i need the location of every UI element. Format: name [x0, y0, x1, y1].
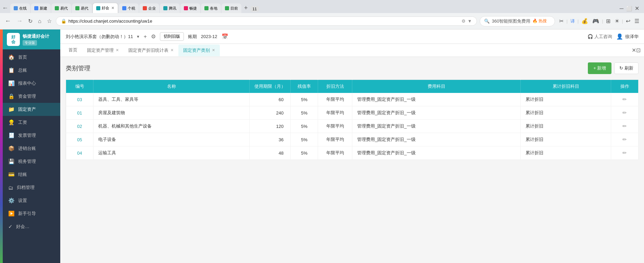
browser-tab-5-active[interactable]: 好会 ✕: [92, 3, 118, 13]
sidebar-item-settings[interactable]: ⚙️ 设置: [3, 194, 60, 207]
category-table: 编号 名称 使用期限（月） 残值率 折旧方法 费用科目 累计折旧科目 操作 03…: [66, 80, 639, 160]
browser-tab-8[interactable]: 腾讯: [160, 3, 180, 13]
avatar-icon: 👤: [616, 33, 623, 40]
tab-fixed-mgmt[interactable]: 固定资产管理 ✕: [82, 45, 124, 56]
sidebar-item-archive[interactable]: 🗂 归档管理: [3, 181, 60, 194]
search-bar[interactable]: 🔍 360智能抠图免费用 🔥 热搜: [480, 16, 555, 26]
user-avatar-area[interactable]: 👤 徐泽华: [616, 33, 639, 40]
cell-depreciation: 累计折旧: [521, 133, 611, 146]
menu-icon[interactable]: ☰: [633, 16, 641, 26]
tab-count-badge: 11: [251, 6, 259, 12]
browser-tab-4[interactable]: 易代: [72, 3, 92, 13]
cell-method: 年限平均: [318, 93, 352, 106]
cell-name: 电子设备: [93, 133, 250, 146]
tab-fixed-depreciation[interactable]: 固定资产折旧统计表 ✕: [124, 45, 178, 56]
sidebar-item-help[interactable]: ✓ 好会…: [3, 220, 60, 233]
sidebar-item-salary[interactable]: 👷 工资: [3, 116, 60, 129]
tab-close-5[interactable]: ✕: [111, 6, 114, 10]
sidebar-item-guide[interactable]: ▶️ 新手引导: [3, 207, 60, 220]
table-row: 02 机器、机械和其他生产设备 120 5% 年限平均 管理费用_固定资产折旧_…: [66, 120, 639, 133]
edit-icon[interactable]: ✏: [622, 136, 627, 142]
sidebar: 好会 畅捷通好会计 专业版 🏠 首页 📋 总账 📊 报表中心 🔒 资金管理: [3, 29, 60, 263]
checkout-nav-label: 结账: [18, 171, 27, 178]
browser-tab-2[interactable]: 新建: [31, 3, 51, 13]
game-icon[interactable]: 🎮: [591, 16, 601, 26]
tab-home[interactable]: 首页: [64, 44, 82, 57]
edit-icon[interactable]: ✏: [622, 96, 627, 102]
archive-nav-label: 归档管理: [17, 184, 35, 191]
settings-header-icon[interactable]: ⚙: [151, 33, 156, 40]
cell-action: ✏: [611, 146, 639, 160]
browser-tab-3[interactable]: 易代: [51, 3, 71, 13]
logo-icon: 好会: [7, 33, 20, 46]
back-icon[interactable]: ←: [2, 4, 8, 12]
archive-nav-icon: 🗂: [8, 185, 13, 191]
tab-fixed-depreciation-close[interactable]: ✕: [171, 48, 174, 52]
sidebar-item-ledger[interactable]: 📋 总账: [3, 64, 60, 77]
bookmark-star[interactable]: ☆: [46, 16, 53, 26]
expand-tab-btn[interactable]: ⊡: [636, 47, 641, 53]
switch-old-version-btn[interactable]: 切到旧版: [160, 32, 184, 41]
reload-button[interactable]: ↻: [27, 16, 34, 26]
restore-icon[interactable]: ⬜: [626, 6, 632, 11]
cell-code: 03: [66, 93, 93, 106]
browser-tab-11[interactable]: 目前: [222, 3, 241, 13]
browser-tab-6[interactable]: 个税: [119, 3, 139, 13]
help-nav-icon: ✓: [8, 224, 13, 230]
page-header: 类别管理 + 新增 ↻ 刷新: [66, 62, 639, 74]
grid-icon[interactable]: ⊞: [605, 16, 612, 26]
content-area: 类别管理 + 新增 ↻ 刷新 编号 名称 使用期限（月） 残值率 折旧方法 费用…: [60, 57, 644, 263]
edit-icon[interactable]: ✏: [622, 150, 627, 156]
period-label: 账期: [188, 34, 197, 40]
edit-icon[interactable]: ✏: [622, 110, 627, 116]
salary-nav-label: 工资: [18, 119, 27, 125]
sidebar-item-tax[interactable]: 💾 税务管理: [3, 155, 60, 168]
reports-nav-icon: 📊: [8, 80, 15, 86]
funds-nav-label: 资金管理: [18, 93, 36, 99]
sidebar-item-funds[interactable]: 🔒 资金管理: [3, 90, 60, 103]
address-bar[interactable]: 🔒 https://cloud.chanjet.com/accounting/u…: [56, 16, 477, 26]
table-row: 04 运输工具 48 5% 年限平均 管理费用_固定资产折旧_一级 累计折旧 ✏: [66, 146, 639, 160]
browser-tab-1[interactable]: 在线: [10, 3, 30, 13]
dropdown-arrow-icon[interactable]: ▾: [137, 34, 139, 39]
site-info-icon[interactable]: ⚙: [462, 19, 466, 24]
home-button[interactable]: ⌂: [37, 17, 43, 26]
browser-tab-7[interactable]: 企业: [139, 3, 159, 13]
sidebar-item-invoice[interactable]: 🧾 发票管理: [3, 129, 60, 142]
settings-nav-label: 设置: [18, 198, 27, 204]
calendar-icon[interactable]: 📅: [222, 33, 228, 40]
cell-name: 器具、工具、家具等: [93, 93, 250, 106]
add-company-icon[interactable]: +: [143, 34, 147, 40]
close-window-icon[interactable]: ✕: [635, 5, 639, 12]
wallet-icon[interactable]: 💰: [580, 16, 590, 26]
minimize-icon[interactable]: ─: [620, 5, 623, 12]
sidebar-item-checkout[interactable]: 💳 结账: [3, 168, 60, 181]
main-content: 刘小艳演示系套（勿删勿动！）11 ▾ + ⚙ 切到旧版 账期 2023-12 📅…: [60, 29, 644, 263]
dropdown-expand-icon[interactable]: ▼: [468, 19, 472, 24]
service-btn[interactable]: 🎧 人工咨询: [588, 34, 612, 40]
guide-nav-label: 新手引导: [18, 211, 36, 217]
tab-fixed-category[interactable]: 固定资产类别 ✕: [178, 45, 220, 56]
table-row: 05 电子设备 36 5% 年限平均 管理费用_固定资产折旧_一级 累计折旧 ✏: [66, 133, 639, 146]
tab-fixed-mgmt-close[interactable]: ✕: [116, 48, 119, 52]
cell-action: ✏: [611, 133, 639, 146]
sidebar-item-home[interactable]: 🏠 首页: [3, 51, 60, 64]
undo-icon[interactable]: ↩: [624, 16, 632, 26]
sidebar-item-purchase-sales[interactable]: 📦 进销台账: [3, 142, 60, 155]
sidebar-item-reports[interactable]: 📊 报表中心: [3, 77, 60, 90]
browser-tab-10[interactable]: 各地: [201, 3, 221, 13]
add-category-btn[interactable]: + 新增: [588, 62, 611, 74]
tab-fixed-category-close[interactable]: ✕: [212, 48, 215, 52]
col-expense: 费用科目: [352, 80, 521, 93]
refresh-btn[interactable]: ↻ 刷新: [614, 62, 639, 74]
brightness-icon[interactable]: ☀: [613, 16, 621, 26]
browser-tab-9[interactable]: 畅捷: [180, 3, 200, 13]
back-button[interactable]: ←: [3, 16, 12, 26]
forward-button[interactable]: →: [15, 16, 24, 26]
new-tab-button[interactable]: +: [242, 4, 250, 13]
close-all-tabs-btn[interactable]: ✕: [632, 47, 636, 53]
cut-icon[interactable]: ✂: [558, 16, 565, 26]
edit-icon[interactable]: ✏: [622, 123, 627, 129]
sidebar-item-fixed-assets[interactable]: 📁 固定资产: [3, 103, 60, 116]
translate-btn[interactable]: 译: [569, 17, 576, 26]
